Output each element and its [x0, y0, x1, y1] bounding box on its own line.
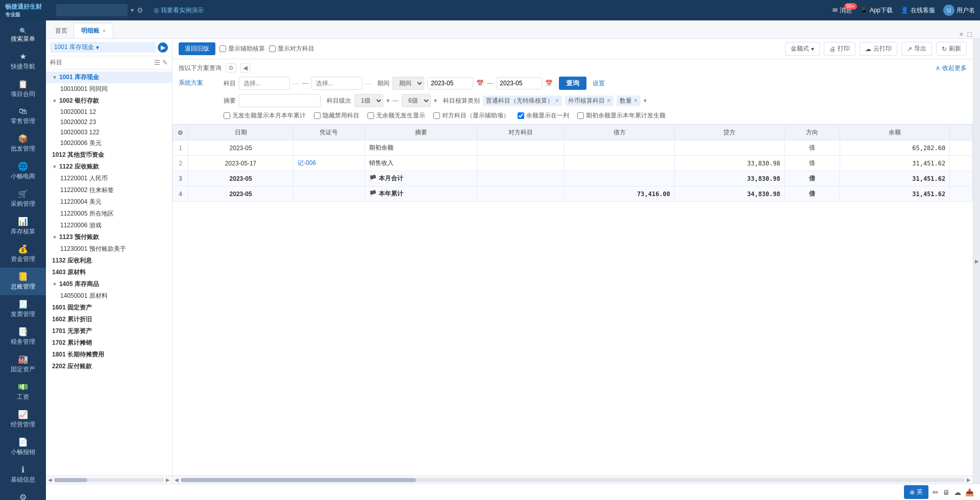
check-no-balance-input[interactable] — [368, 112, 374, 119]
check-year-balance[interactable]: 期初余额显示本年累计发生额 — [577, 111, 666, 120]
sidebar-item-operations[interactable]: 📈 经营管理 — [0, 406, 46, 433]
check-hide-disabled[interactable]: 隐藏禁用科目 — [314, 111, 359, 120]
show-contra-check[interactable]: 显示对方科目 — [269, 44, 314, 53]
tab-detail[interactable]: 明细账 × — [74, 23, 113, 38]
sidebar-item-quick-nav[interactable]: ★ 快捷导航 — [0, 47, 46, 75]
currency-btn[interactable]: 金额式 ▾ — [785, 42, 820, 56]
tree-item-10020002[interactable]: 10020002 23 — [46, 117, 172, 127]
tree-item-1002[interactable]: ▼ 1002 银行存款 — [46, 95, 172, 107]
print-btn[interactable]: 🖨 打印 — [824, 42, 855, 56]
sidebar-item-project[interactable]: 📋 项目合同 — [0, 75, 46, 103]
check-show-balance-one-row-input[interactable] — [518, 112, 524, 119]
show-contra-checkbox[interactable] — [269, 45, 276, 52]
top-search-input[interactable] — [56, 4, 128, 16]
account-tag[interactable]: 1001 库存现金 ▾ — [50, 42, 156, 53]
sidebar-search[interactable]: 🔍 搜索菜单 — [11, 23, 35, 47]
sidebar-item-fund[interactable]: 💰 资金管理 — [0, 240, 46, 268]
filter-tag-remove-3[interactable]: × — [634, 97, 638, 104]
sidebar-item-wholesale[interactable]: 📦 批发管理 — [0, 130, 46, 157]
check-year-balance-input[interactable] — [577, 112, 584, 119]
period-from-input[interactable]: 2023-05 — [427, 77, 473, 89]
tree-item-1403[interactable]: 1403 原材料 — [46, 267, 172, 278]
sidebar-item-purchase[interactable]: 🛒 采购管理 — [0, 185, 46, 212]
table-scroll-right-btn[interactable]: ▶ — [967, 477, 971, 483]
sidebar-item-invoice[interactable]: 🧾 发票管理 — [0, 295, 46, 323]
show-aux-check[interactable]: 显示辅助核算 — [219, 44, 265, 53]
export-btn[interactable]: ↗ 导出 — [901, 42, 932, 56]
voucher-link[interactable]: 记-006 — [298, 159, 316, 166]
user-profile[interactable]: U 用户名 — [943, 5, 975, 16]
show-aux-checkbox[interactable] — [219, 45, 226, 52]
tree-item-1122[interactable]: ▼ 1122 应收账款 — [46, 161, 172, 173]
scroll-track[interactable] — [54, 478, 164, 482]
sidebar-item-system[interactable]: ⚙ 系统管理 — [0, 488, 46, 500]
category-dropdown-icon[interactable]: ▾ — [644, 97, 647, 104]
tree-item-1702[interactable]: 1702 累计摊销 — [46, 337, 172, 349]
sidebar-item-salary[interactable]: 💵 工资 — [0, 378, 46, 406]
tree-item-1405[interactable]: ▼ 1405 库存商品 — [46, 278, 172, 290]
tree-item-14050001[interactable]: 14050001 原材料 — [46, 290, 172, 302]
tree-item-11220004[interactable]: 11220004 美元 — [46, 196, 172, 208]
check-contra[interactable]: 对方科目（显示辅助项） — [433, 111, 509, 120]
check-no-balance[interactable]: 无余额无发生显示 — [368, 111, 425, 120]
settings-icon[interactable]: ⚙ — [137, 6, 143, 14]
tree-item-11220006[interactable]: 11220006 游戏 — [46, 220, 172, 231]
app-download-btn[interactable]: 📱 App下载 — [860, 6, 893, 15]
period-calendar-icon[interactable]: 📅 — [476, 80, 484, 87]
bottom-download-icon[interactable]: 📥 — [965, 488, 974, 496]
subject-dots[interactable]: ··· — [293, 79, 299, 87]
right-collapse-btn[interactable]: ▶ — [973, 39, 980, 484]
tree-item-1123[interactable]: ▼ 1123 预付账款 — [46, 231, 172, 243]
filter-tag-remove-2[interactable]: × — [607, 97, 610, 104]
tree-item-1012[interactable]: 1012 其他货币资金 — [46, 149, 172, 161]
period-type-select[interactable]: 期间 — [393, 77, 424, 90]
bottom-edit-icon[interactable]: ✏ — [933, 488, 939, 496]
filter-arrow-icon[interactable]: ◀ — [240, 63, 250, 73]
subject-dots-2[interactable]: ··· — [365, 79, 372, 87]
bottom-monitor-icon[interactable]: 🖥 — [943, 488, 950, 496]
filter-gear-icon[interactable]: ⚙ — [226, 63, 236, 73]
tree-item-10020001[interactable]: 10020001 12 — [46, 107, 172, 117]
sidebar-item-base[interactable]: ℹ 基础信息 — [0, 461, 46, 488]
sidebar-item-retail[interactable]: 🛍 零售管理 — [0, 103, 46, 130]
online-service-btn[interactable]: 👤 在线客服 — [901, 6, 935, 15]
tree-item-1601[interactable]: 1601 固定资产 — [46, 302, 172, 314]
table-scroll-track[interactable] — [181, 478, 965, 482]
message-btn[interactable]: ✉ 消息 99+ — [832, 6, 852, 15]
tree-item-1801[interactable]: 1801 长期待摊费用 — [46, 349, 172, 361]
tree-item-10020003[interactable]: 10020003 122 — [46, 127, 172, 137]
filter-collapse-btn[interactable]: ∧ 收起更多 — [936, 64, 967, 73]
sidebar-item-inventory[interactable]: 📊 库存核算 — [0, 212, 46, 240]
tree-item-1602[interactable]: 1602 累计折旧 — [46, 314, 172, 325]
nav-arrow-btn[interactable]: ▶ — [158, 42, 168, 53]
summary-input[interactable] — [239, 94, 321, 107]
sidebar-item-ecommerce[interactable]: 🌐 小畅电商 — [0, 157, 46, 185]
tree-item-11220005[interactable]: 11220005 所在地区 — [46, 208, 172, 220]
search-dropdown-icon[interactable]: ▾ — [131, 7, 134, 14]
tree-item-11230001[interactable]: 11230001 预付账款美于 — [46, 243, 172, 255]
level-from-select[interactable]: 1级 — [354, 94, 383, 107]
cloud-print-btn[interactable]: ☁ 云打印 — [860, 42, 897, 56]
tab-close-icon[interactable]: × — [103, 28, 106, 34]
list-icon[interactable]: ☰ — [154, 59, 160, 66]
sidebar-item-report[interactable]: 📄 小畅报销 — [0, 433, 46, 461]
col-settings[interactable]: ⚙ — [173, 125, 188, 140]
bottom-cloud-icon[interactable]: ☁ — [954, 488, 961, 496]
sidebar-item-assets[interactable]: 🏭 固定资产 — [0, 350, 46, 378]
tree-item-1701[interactable]: 1701 无形资产 — [46, 325, 172, 337]
tree-item-1132[interactable]: 1132 应收利息 — [46, 255, 172, 267]
query-btn[interactable]: 查询 — [559, 77, 586, 90]
system-scheme-btn[interactable]: 系统方案 — [179, 79, 219, 87]
filter-tag-remove-1[interactable]: × — [555, 97, 559, 104]
period-calendar-icon-2[interactable]: 📅 — [545, 80, 553, 87]
tree-item-10010001[interactable]: 10010001 同同同 — [46, 83, 172, 95]
check-show-balance-one-row[interactable]: 余额显示在一列 — [518, 111, 569, 120]
subject-input-2[interactable] — [311, 77, 362, 90]
check-hide-disabled-input[interactable] — [314, 112, 321, 119]
lang-btn[interactable]: ⊕ 英 — [904, 485, 928, 499]
check-no-transaction[interactable]: 无发生额显示本月本年累计 — [224, 111, 306, 120]
tree-item-2202[interactable]: 2202 应付账款 — [46, 361, 172, 372]
level-to-select[interactable]: 6级 — [402, 94, 431, 107]
edit-icon[interactable]: ✎ — [162, 59, 168, 66]
tree-item-11220001[interactable]: 11220001 人民币 — [46, 173, 172, 184]
